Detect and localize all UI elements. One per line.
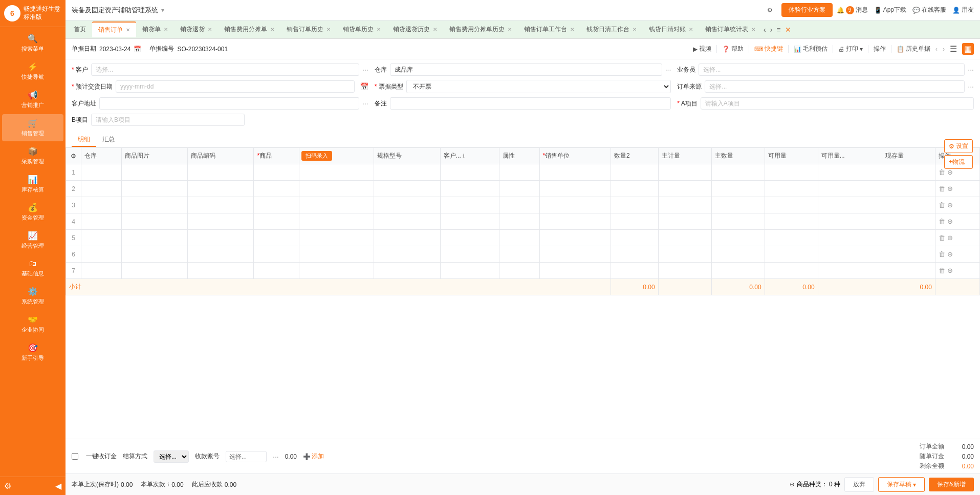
row-7-main-qty[interactable] [711,263,765,279]
sidebar-item-marketing[interactable]: 📢 营销推广 [2,86,63,113]
detail-tab-detail[interactable]: 明细 [72,133,96,147]
industry-plan-button[interactable]: 体验行业方案 [781,3,833,17]
row-6-available[interactable] [765,246,818,263]
col-product-name[interactable]: *商品 [254,148,299,164]
row-3-scan[interactable] [299,197,374,213]
warehouse-input[interactable] [390,63,662,76]
row-2-available[interactable] [765,181,818,197]
row-6-spec[interactable] [374,246,440,263]
account-input[interactable] [226,451,267,462]
row-6-stock[interactable] [882,246,935,263]
customer-input[interactable] [91,63,359,76]
row-5-main-qty[interactable] [711,230,765,246]
row-1-scan[interactable] [299,164,374,181]
history-nav-next[interactable]: › [943,46,945,53]
customer-address-more-icon[interactable]: ··· [362,99,368,107]
row-4-qty2[interactable] [611,213,658,230]
row-3-main-unit[interactable] [658,197,711,213]
row-1-spec[interactable] [374,164,440,181]
row-5-available2[interactable] [818,230,882,246]
form-number-value[interactable]: SO-20230324-001 [177,46,228,53]
payment-method-select[interactable]: 选择... [154,450,189,463]
tab-nav-close-all[interactable]: ✕ [783,25,793,35]
row-5-delete-icon[interactable]: 🗑 [939,234,945,242]
row-1-warehouse[interactable] [81,164,122,181]
tab-nav-list[interactable]: ≡ [774,25,782,35]
save-draft-dropdown-icon[interactable]: ▾ [913,481,916,488]
row-1-delete-icon[interactable]: 🗑 [939,168,945,176]
row-4-spec[interactable] [374,213,440,230]
row-4-available2[interactable] [818,213,882,230]
row-7-scan[interactable] [299,263,374,279]
tab-sales-return[interactable]: 销货退货 ✕ [174,22,218,37]
row-5-stock[interactable] [882,230,935,246]
row-2-qty2[interactable] [611,181,658,197]
scan-entry-button[interactable]: 扫码录入 [301,151,332,161]
col-main-unit[interactable]: 主计量 [658,148,711,164]
expected-date-input[interactable] [116,80,355,93]
row-6-warehouse[interactable] [81,246,122,263]
sidebar-item-operation[interactable]: 📈 经营管理 [2,227,63,254]
row-7-spec[interactable] [374,263,440,279]
row-3-available2[interactable] [818,197,882,213]
row-3-customer-code[interactable] [440,197,499,213]
staff-input[interactable] [699,63,965,76]
tab-sales-slip[interactable]: 销货单 ✕ [136,22,174,37]
warehouse-more-icon[interactable]: ··· [665,66,671,74]
row-3-main-qty[interactable] [711,197,765,213]
row-2-spec[interactable] [374,181,440,197]
row-1-product[interactable] [254,164,299,181]
row-4-unit[interactable] [539,213,611,230]
row-6-available2[interactable] [818,246,882,263]
row-2-available2[interactable] [818,181,882,197]
tab-order-workbench[interactable]: 销售订单工作台 ✕ [518,22,580,37]
row-3-product[interactable] [254,197,299,213]
notification-icon-item[interactable]: 🔔 9 消息 [837,6,868,14]
row-5-warehouse[interactable] [81,230,122,246]
row-3-warehouse[interactable] [81,197,122,213]
row-4-attr[interactable] [499,213,540,230]
row-6-copy-icon[interactable]: ⊕ [947,250,953,258]
row-4-customer-code[interactable] [440,213,499,230]
row-4-main-unit[interactable] [658,213,711,230]
tab-nav-next[interactable]: › [768,25,775,35]
row-6-qty2[interactable] [611,246,658,263]
tab-sales-return-close[interactable]: ✕ [208,27,212,32]
col-available[interactable]: 可用量 [765,148,818,164]
topbar-dropdown-icon[interactable]: ▾ [161,7,164,14]
row-5-main-unit[interactable] [658,230,711,246]
row-1-customer-code[interactable] [440,164,499,181]
row-7-copy-icon[interactable]: ⊕ [947,267,953,274]
col-scan[interactable]: 扫码录入 [299,148,374,164]
sidebar-item-enterprise[interactable]: 🤝 企业协同 [2,311,63,338]
row-5-unit[interactable] [539,230,611,246]
col-sales-unit[interactable]: *销售单位 [539,148,611,164]
tab-cashflow-daily-close[interactable]: ✕ [633,27,637,32]
sidebar-collapse-btn[interactable]: ◀ [55,481,61,491]
sidebar-item-inventory[interactable]: 📊 库存核算 [2,170,63,198]
shortcut-btn[interactable]: ⌨ 快捷键 [754,45,783,53]
row-5-qty2[interactable] [611,230,658,246]
row-2-image[interactable] [121,181,187,197]
sidebar-item-guide[interactable]: 🎯 新手引导 [2,339,63,366]
sidebar-settings-btn[interactable]: ⚙ [4,481,11,491]
a-project-input[interactable] [701,97,974,110]
col-customer-code[interactable]: 客户... ℹ [440,148,499,164]
topbar-settings-icon[interactable]: ⚙ [763,3,777,17]
row-5-code[interactable] [187,230,253,246]
order-source-input[interactable] [705,80,965,93]
one-click-checkout-label[interactable]: 一键收订金 [86,452,117,461]
row-3-attr[interactable] [499,197,540,213]
row-4-scan[interactable] [299,213,374,230]
help-btn[interactable]: ❓ 帮助 [722,45,744,53]
tab-nav-prev[interactable]: ‹ [761,25,768,35]
row-7-warehouse[interactable] [81,263,122,279]
history-nav-prev[interactable]: ‹ [935,46,938,53]
row-3-stock[interactable] [882,197,935,213]
discard-button[interactable]: 放弃 [844,477,874,492]
row-3-copy-icon[interactable]: ⊕ [947,201,953,209]
sidebar-item-purchase[interactable]: 📦 采购管理 [2,142,63,169]
settings-panel-btn[interactable]: ⚙ 设置 [944,139,973,153]
row-6-attr[interactable] [499,246,540,263]
save-new-button[interactable]: 保存&新增 [929,478,974,491]
